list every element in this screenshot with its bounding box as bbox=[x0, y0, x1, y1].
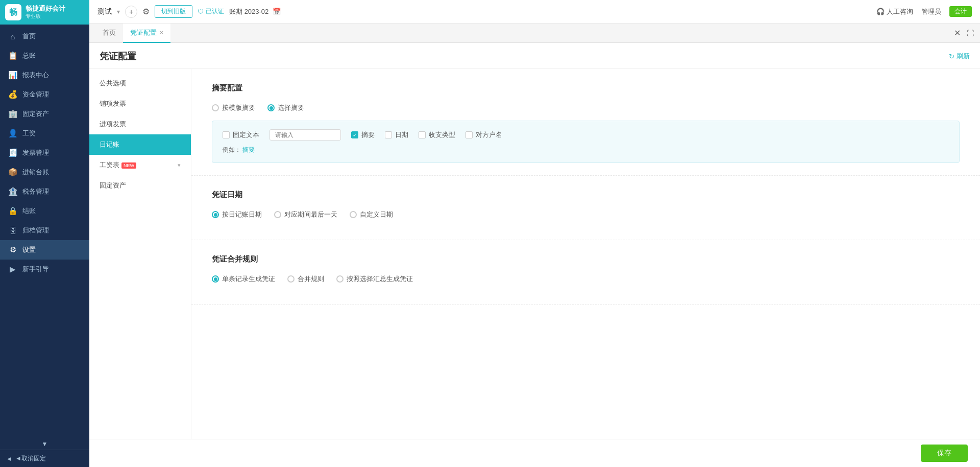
sidebar-item-label: 税务管理 bbox=[22, 187, 49, 196]
settings-nav-icon: ⚙ bbox=[8, 245, 17, 254]
tabbar: 首页 凭证配置 × ✕ ⛶ bbox=[89, 24, 980, 43]
sidebar-item-assets[interactable]: 🏢固定资产 bbox=[0, 104, 89, 124]
chevron-down-icon: ▾ bbox=[178, 162, 181, 169]
logo-icon: 畅 bbox=[5, 4, 21, 20]
sidebar-item-label: 发票管理 bbox=[22, 148, 49, 157]
checkbox-fixed-text[interactable]: 固定文本 bbox=[223, 130, 259, 139]
menu-item-sales[interactable]: 销项发票 bbox=[89, 94, 191, 114]
scroll-down-arrow[interactable]: ▼ bbox=[0, 438, 89, 450]
date-radio-group: 按日记账日期 对应期间最后一天 自定义日期 bbox=[212, 210, 960, 219]
checkbox-label-pay-type: 收支类型 bbox=[429, 130, 455, 139]
consult-btn[interactable]: 🎧 人工咨询 bbox=[876, 7, 913, 16]
sidebar: 畅 畅捷通好会计 专业版 ⌂首页📋总账📊报表中心💰资金管理🏢固定资产👤工资🧾发票… bbox=[0, 0, 89, 467]
admin-label[interactable]: 管理员 bbox=[921, 7, 941, 16]
radio-by-template[interactable]: 按模版摘要 bbox=[212, 103, 255, 112]
tab-voucher-config[interactable]: 凭证配置 × bbox=[123, 24, 170, 43]
menu-label-purchase: 进项发票 bbox=[100, 120, 126, 128]
sidebar-item-funds[interactable]: 💰资金管理 bbox=[0, 85, 89, 104]
radio-custom-date[interactable]: 自定义日期 bbox=[350, 210, 393, 219]
radio-period-last-day[interactable]: 对应期间最后一天 bbox=[274, 210, 337, 219]
sidebar-item-home[interactable]: ⌂首页 bbox=[0, 27, 89, 46]
sidebar-item-guide[interactable]: ▶新手引导 bbox=[0, 260, 89, 279]
calendar-icon[interactable]: 📅 bbox=[273, 8, 281, 15]
headset-icon: 🎧 bbox=[876, 8, 885, 15]
checkbox-counterparty[interactable]: 对方户名 bbox=[465, 130, 502, 139]
section-merge: 凭证合并规则 单条记录生成凭证 合并规则 按照选择汇总生成凭证 bbox=[191, 240, 980, 305]
summary-section-title: 摘要配置 bbox=[212, 83, 960, 93]
logo-text: 畅捷通好会计 专业版 bbox=[26, 5, 65, 20]
radio-label-by-template: 按模版摘要 bbox=[222, 103, 255, 112]
menu-item-purchase[interactable]: 进项发票 bbox=[89, 114, 191, 134]
radio-circle-by-template bbox=[212, 104, 219, 111]
save-button[interactable]: 保存 bbox=[921, 445, 968, 462]
sidebar-logo[interactable]: 畅 畅捷通好会计 专业版 bbox=[0, 0, 89, 25]
radio-circle-by-selection bbox=[336, 275, 344, 283]
topbar-right: 🎧 人工咨询 管理员 会计 bbox=[876, 6, 972, 17]
ledger-nav-icon: 📋 bbox=[8, 51, 17, 60]
menu-item-diary[interactable]: 日记账 bbox=[89, 134, 191, 155]
radio-select-summary[interactable]: 选择摘要 bbox=[267, 103, 304, 112]
period-label: 账期 2023-02 📅 bbox=[229, 7, 281, 16]
sidebar-item-label: 总账 bbox=[22, 51, 36, 60]
sidebar-item-trade[interactable]: 📦进销台账 bbox=[0, 162, 89, 182]
radio-by-diary-date[interactable]: 按日记账日期 bbox=[212, 210, 262, 219]
save-bar: 保存 bbox=[89, 439, 980, 467]
menu-item-public[interactable]: 公共选项 bbox=[89, 73, 191, 94]
role-badge[interactable]: 会计 bbox=[949, 6, 972, 17]
radio-label-by-selection: 按照选择汇总生成凭证 bbox=[347, 274, 413, 284]
sidebar-item-label: 报表中心 bbox=[22, 71, 49, 80]
refresh-btn[interactable]: ↻ 刷新 bbox=[949, 52, 970, 61]
fixed-text-label: 固定文本 bbox=[233, 130, 259, 139]
section-summary: 摘要配置 按模版摘要 选择摘要 bbox=[191, 69, 980, 176]
sidebar-item-ledger[interactable]: 📋总账 bbox=[0, 46, 89, 65]
sidebar-item-invoice[interactable]: 🧾发票管理 bbox=[0, 143, 89, 162]
cancel-fixed-icon: ◄ bbox=[6, 455, 12, 462]
checkbox-box-fixed-text bbox=[223, 131, 230, 138]
report-nav-icon: 📊 bbox=[8, 71, 17, 80]
radio-label-select-summary: 选择摘要 bbox=[278, 103, 304, 112]
company-dropdown-icon[interactable]: ▾ bbox=[117, 8, 120, 15]
fullscreen-btn[interactable]: ⛶ bbox=[967, 29, 974, 37]
trade-nav-icon: 📦 bbox=[8, 168, 17, 177]
switch-old-version-btn[interactable]: 切到旧版 bbox=[155, 5, 192, 18]
radio-by-selection[interactable]: 按照选择汇总生成凭证 bbox=[336, 274, 413, 284]
tab-home[interactable]: 首页 bbox=[95, 24, 123, 43]
checkbox-date[interactable]: 日期 bbox=[385, 130, 408, 139]
radio-single-record[interactable]: 单条记录生成凭证 bbox=[212, 274, 275, 284]
radio-merge-rule[interactable]: 合并规则 bbox=[287, 274, 324, 284]
add-company-btn[interactable]: + bbox=[125, 6, 137, 18]
cancel-fixed-btn[interactable]: ◄ ◄取消固定 bbox=[0, 450, 89, 467]
menu-item-fixed_assets[interactable]: 固定资产 bbox=[89, 175, 191, 196]
radio-circle-select-summary bbox=[267, 104, 275, 111]
menu-item-payroll[interactable]: 工资表NEW▾ bbox=[89, 155, 191, 175]
settings-gear-icon[interactable]: ⚙ bbox=[142, 7, 150, 16]
section-date: 凭证日期 按日记账日期 对应期间最后一天 自定义日期 bbox=[191, 176, 980, 240]
tab-close-icon[interactable]: × bbox=[160, 29, 163, 36]
checkbox-label-summary: 摘要 bbox=[361, 130, 375, 139]
radio-circle-period-last-day bbox=[274, 211, 281, 218]
radio-label-single-record: 单条记录生成凭证 bbox=[222, 274, 275, 284]
menu-label-diary: 日记账 bbox=[100, 141, 119, 148]
summary-options-row: 固定文本 ✓ 摘要 日期 bbox=[223, 129, 949, 141]
fixed-text-input[interactable] bbox=[270, 129, 341, 141]
radio-circle-merge-rule bbox=[287, 275, 295, 283]
summary-radio-group: 按模版摘要 选择摘要 bbox=[212, 103, 960, 112]
main-area: 测试 ▾ + ⚙ 切到旧版 🛡 已认证 账期 2023-02 📅 🎧 人工咨询 … bbox=[89, 0, 980, 467]
badge-payroll: NEW bbox=[121, 162, 136, 169]
sidebar-item-tax[interactable]: 🏦税务管理 bbox=[0, 182, 89, 201]
checkbox-box-counterparty bbox=[465, 131, 473, 138]
checkbox-box-pay-type bbox=[419, 131, 426, 138]
checkbox-summary[interactable]: ✓ 摘要 bbox=[351, 130, 375, 139]
sidebar-item-report[interactable]: 📊报表中心 bbox=[0, 65, 89, 85]
sidebar-item-closing[interactable]: 🔒结账 bbox=[0, 201, 89, 221]
sidebar-item-settings[interactable]: ⚙设置 bbox=[0, 240, 89, 260]
checkbox-pay-type[interactable]: 收支类型 bbox=[419, 130, 455, 139]
sidebar-item-archive[interactable]: 🗄归档管理 bbox=[0, 221, 89, 240]
home-nav-icon: ⌂ bbox=[8, 32, 17, 41]
sidebar-item-salary[interactable]: 👤工资 bbox=[0, 124, 89, 143]
shield-icon: 🛡 bbox=[198, 8, 204, 15]
checkbox-label-counterparty: 对方户名 bbox=[476, 130, 502, 139]
sidebar-item-label: 设置 bbox=[22, 245, 36, 254]
close-window-btn[interactable]: ✕ bbox=[954, 28, 961, 38]
right-panel: 摘要配置 按模版摘要 选择摘要 bbox=[191, 69, 980, 439]
